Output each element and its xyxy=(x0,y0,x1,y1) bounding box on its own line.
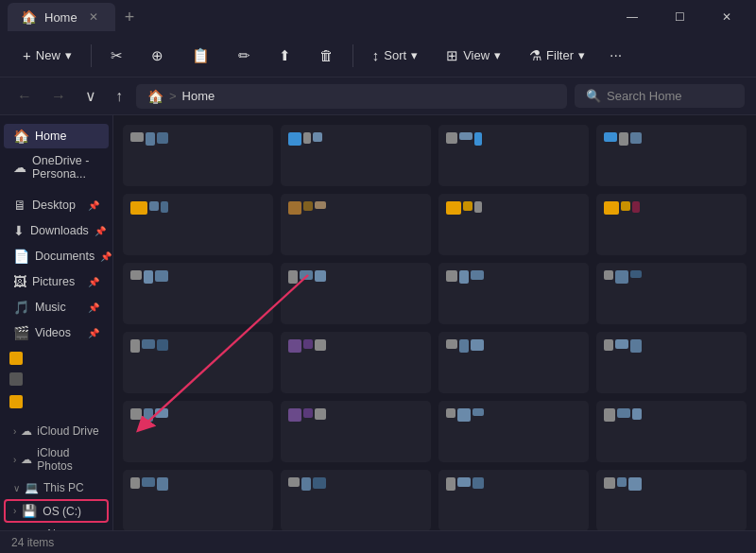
folder-item[interactable] xyxy=(596,125,747,186)
thumb-block xyxy=(130,132,144,142)
folder-item[interactable] xyxy=(596,263,747,324)
status-bar: 24 items xyxy=(0,530,756,553)
folder-item[interactable] xyxy=(281,470,431,530)
sidebar-item-icloud-photos[interactable]: › ☁ iCloud Photos xyxy=(4,442,109,476)
thumb-block xyxy=(144,408,153,422)
folder-item[interactable] xyxy=(438,470,589,530)
filter-dropdown-icon: ▾ xyxy=(578,48,585,62)
view-icon: ⊞ xyxy=(446,47,458,64)
folder-item[interactable] xyxy=(438,401,589,462)
folder-thumbnail xyxy=(130,201,266,244)
history-dropdown-button[interactable]: ∨ xyxy=(79,83,102,109)
folder-thumbnail xyxy=(446,201,581,244)
toolbar-separator-2 xyxy=(352,44,353,67)
up-button[interactable]: ↑ xyxy=(110,84,129,109)
search-box[interactable]: 🔍 Search Home xyxy=(575,84,745,108)
folder-item[interactable] xyxy=(438,125,589,186)
desktop-pin-icon: 📌 xyxy=(88,200,99,211)
cut-button[interactable]: ✂ xyxy=(99,42,134,70)
documents-pin-icon: 📌 xyxy=(100,251,112,262)
share-button[interactable]: ⬆ xyxy=(267,42,302,70)
sidebar-item-desktop[interactable]: 🖥 Desktop 📌 xyxy=(4,193,109,217)
sidebar-item-this-pc[interactable]: ∨ 💻 This PC xyxy=(4,477,109,498)
minimize-button[interactable]: — xyxy=(610,2,654,32)
folder-item[interactable] xyxy=(123,194,273,255)
thumb-block xyxy=(446,339,457,349)
back-button[interactable]: ← xyxy=(11,84,38,109)
folder-item[interactable] xyxy=(281,401,431,462)
documents-icon: 📄 xyxy=(13,249,29,264)
view-button[interactable]: ⊞ View ▾ xyxy=(435,42,512,70)
new-dropdown-icon: ▾ xyxy=(65,48,72,62)
folder-thumbnail xyxy=(446,408,581,451)
sidebar-item-os-c-highlighted[interactable]: › 💾 OS (C:) xyxy=(4,499,109,523)
delete-icon: 🗑 xyxy=(319,47,334,63)
folder-thumbnail xyxy=(604,201,739,244)
folder-item[interactable] xyxy=(596,470,747,530)
new-button[interactable]: + New ▾ xyxy=(11,42,83,69)
window-controls: — ☐ ✕ xyxy=(610,2,748,32)
downloads-pin-icon: 📌 xyxy=(94,226,106,236)
thumb-block xyxy=(155,270,168,282)
thumb-block xyxy=(157,132,168,144)
folder-item[interactable] xyxy=(123,470,273,530)
close-button[interactable]: ✕ xyxy=(705,2,748,32)
folder-item[interactable] xyxy=(438,263,589,324)
rename-button[interactable]: ✏ xyxy=(227,42,262,70)
delete-button[interactable]: 🗑 xyxy=(308,42,345,69)
sidebar-item-icloud-drive[interactable]: › ☁ iCloud Drive xyxy=(4,421,109,441)
sort-dropdown-icon: ▾ xyxy=(411,48,418,62)
thumb-block xyxy=(457,408,471,422)
folder-item[interactable] xyxy=(281,125,431,186)
thumb-block xyxy=(472,408,484,416)
sidebar-item-onedrive[interactable]: ☁ OneDrive - Persona... xyxy=(4,149,109,185)
folder-item[interactable] xyxy=(438,194,589,255)
folder-thumbnail xyxy=(130,477,266,520)
folder-item[interactable] xyxy=(281,332,431,393)
sidebar-item-documents[interactable]: 📄 Documents 📌 xyxy=(4,244,109,268)
icloud-photos-icon: ☁ xyxy=(21,453,32,466)
filter-button[interactable]: ⚗ Filter ▾ xyxy=(518,42,596,70)
sidebar-item-music[interactable]: 🎵 Music 📌 xyxy=(4,295,109,320)
content-area xyxy=(113,115,756,530)
folder-item[interactable] xyxy=(123,332,273,393)
new-tab-button[interactable]: + xyxy=(119,8,141,27)
sidebar-music-label: Music xyxy=(35,301,66,314)
forward-button[interactable]: → xyxy=(45,84,72,109)
sidebar-item-pictures[interactable]: 🖼 Pictures 📌 xyxy=(4,269,109,294)
folder-item[interactable] xyxy=(123,401,273,462)
sidebar-item-videos[interactable]: 🎬 Videos 📌 xyxy=(4,320,109,345)
folder-item[interactable] xyxy=(596,194,747,255)
sidebar-desktop-label: Desktop xyxy=(32,199,76,212)
thumb-block xyxy=(459,339,469,353)
folder-item[interactable] xyxy=(281,194,431,255)
app-tab[interactable]: 🏠 Home ✕ xyxy=(8,3,115,31)
sidebar-item-downloads[interactable]: ⬇ Downloads 📌 xyxy=(4,218,109,243)
more-button[interactable]: ··· xyxy=(602,43,629,68)
sort-button[interactable]: ↕ Sort ▾ xyxy=(361,42,429,69)
folder-item[interactable] xyxy=(123,263,273,324)
folder-item[interactable] xyxy=(123,125,273,186)
copy-button[interactable]: ⊕ xyxy=(140,42,175,70)
folder-item[interactable] xyxy=(438,332,589,393)
sidebar-item-new-volume[interactable]: › 💾 New Volume (D:) xyxy=(4,524,109,530)
thumb-block xyxy=(146,132,155,146)
folder-thumbnail xyxy=(288,408,423,451)
thumb-block xyxy=(632,408,642,420)
folder-item[interactable] xyxy=(596,401,747,462)
thumb-block xyxy=(142,339,155,349)
sort-icon: ↕ xyxy=(372,47,380,63)
thumb-block xyxy=(446,270,457,282)
paste-button[interactable]: 📋 xyxy=(180,42,221,70)
folder-item[interactable] xyxy=(281,263,431,324)
tab-close-btn[interactable]: ✕ xyxy=(85,9,102,26)
thumb-block xyxy=(149,201,159,211)
thumb-block xyxy=(446,201,461,215)
address-path[interactable]: 🏠 > Home xyxy=(136,84,567,109)
folder-item[interactable] xyxy=(596,332,747,393)
thumb-block xyxy=(130,339,140,353)
address-bar: ← → ∨ ↑ 🏠 > Home 🔍 Search Home xyxy=(0,78,756,115)
sidebar-item-home[interactable]: 🏠 Home xyxy=(4,124,109,148)
thumb-block xyxy=(472,477,484,489)
maximize-button[interactable]: ☐ xyxy=(658,2,701,32)
